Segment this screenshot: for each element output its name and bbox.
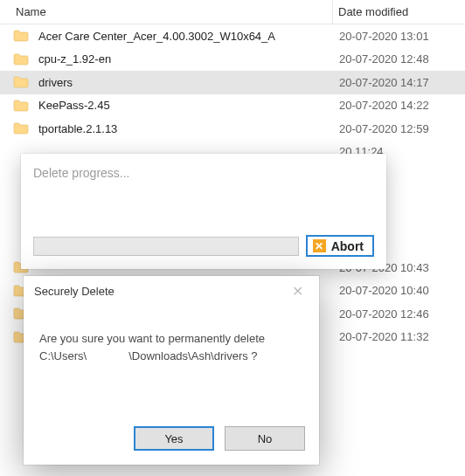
- folder-icon: [12, 76, 30, 88]
- file-name: drivers: [38, 76, 332, 89]
- no-button[interactable]: No: [225, 426, 305, 451]
- abort-button[interactable]: ✕ Abort: [306, 235, 374, 257]
- file-date: 20-07-2020 14:17: [332, 76, 465, 89]
- folder-icon: [12, 122, 30, 135]
- dialog-message-line1: Are you sure you want to permanently del…: [39, 330, 303, 348]
- yes-button[interactable]: Yes: [134, 426, 214, 451]
- file-date: 20-07-2020 13:01: [332, 30, 465, 43]
- file-row[interactable]: tportable.2.1.1320-07-2020 12:59: [0, 117, 465, 141]
- file-date: 20-07-2020 11:32: [332, 330, 465, 343]
- file-row[interactable]: Acer Care Center_Acer_4.00.3002_W10x64_A…: [0, 24, 465, 48]
- file-row[interactable]: KeePass-2.4520-07-2020 14:22: [0, 94, 465, 118]
- file-name: KeePass-2.45: [38, 99, 332, 112]
- dialog-body: Are you sure you want to permanently del…: [24, 306, 319, 364]
- path-suffix: \Downloads\Ash\drivers ?: [128, 349, 257, 362]
- dialog-title: Securely Delete: [34, 285, 115, 298]
- file-date: 20-07-2020 14:22: [332, 99, 465, 112]
- column-header-date[interactable]: Date modified: [332, 0, 465, 24]
- secure-delete-dialog: Securely Delete ✕ Are you sure you want …: [24, 276, 319, 465]
- dialog-button-row: Yes No: [134, 426, 305, 451]
- folder-icon: [12, 100, 30, 112]
- column-header-row: Name Date modified: [0, 0, 465, 24]
- delete-progress-dialog: Delete progress... ✕ Abort: [21, 154, 386, 269]
- abort-x-icon: ✕: [313, 239, 326, 252]
- close-icon[interactable]: ✕: [287, 281, 309, 301]
- delete-progress-title: Delete progress...: [33, 166, 374, 180]
- column-header-name[interactable]: Name: [0, 5, 332, 18]
- redacted-username: [87, 351, 128, 362]
- folder-icon: [12, 30, 30, 42]
- file-name: Acer Care Center_Acer_4.00.3002_W10x64_A: [38, 30, 332, 43]
- dialog-titlebar: Securely Delete ✕: [24, 276, 319, 306]
- path-prefix: C:\Users\: [39, 349, 87, 362]
- file-name: cpu-z_1.92-en: [38, 52, 332, 66]
- progress-bar: [33, 237, 299, 256]
- file-name: tportable.2.1.13: [38, 122, 332, 135]
- progress-row: ✕ Abort: [33, 235, 374, 257]
- file-date: 20-07-2020 12:59: [332, 122, 465, 135]
- folder-icon: [12, 53, 30, 66]
- file-date: 20-07-2020 10:40: [332, 284, 465, 297]
- file-row[interactable]: drivers20-07-2020 14:17: [0, 71, 465, 94]
- file-row[interactable]: cpu-z_1.92-en20-07-2020 12:48: [0, 48, 465, 72]
- abort-button-label: Abort: [331, 239, 364, 253]
- file-date: 20-07-2020 12:46: [332, 307, 465, 321]
- dialog-message-path: C:\Users\\Downloads\Ash\drivers ?: [39, 348, 303, 365]
- file-date: 20-07-2020 12:48: [332, 52, 465, 66]
